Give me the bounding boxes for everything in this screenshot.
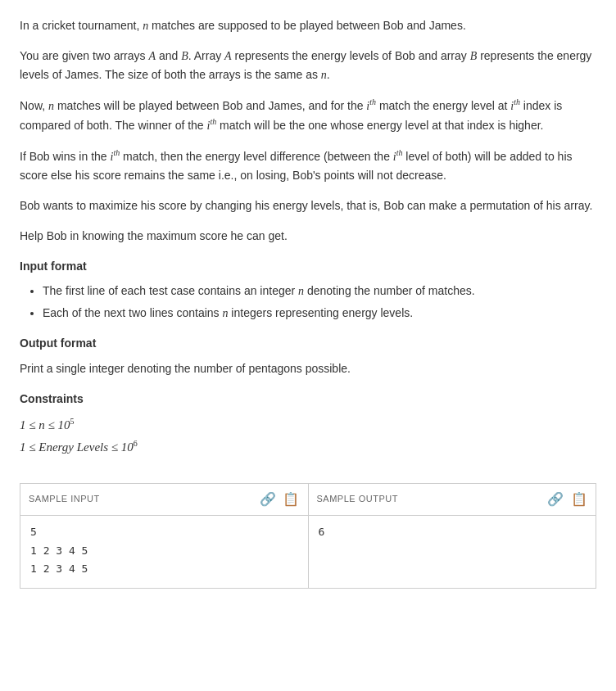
sample-output-icons: 🔗 📋 [547,489,587,510]
sample-input-section: SAMPLE INPUT 🔗 📋 5 1 2 3 4 5 1 2 3 4 5 [20,484,309,588]
input-bullet-1: The first line of each test case contain… [43,282,596,300]
input-bullet-2: Each of the next two lines contains n in… [43,304,596,323]
paragraph-3: Now, n matches will be played between Bo… [20,96,596,135]
sample-output-section: SAMPLE OUTPUT 🔗 📋 6 [309,484,596,588]
constraints-block: 1 ≤ n ≤ 105 1 ≤ Energy Levels ≤ 106 [20,414,596,458]
output-text: Print a single integer denoting the numb… [20,359,596,378]
sample-output-link-icon[interactable]: 🔗 [547,489,564,510]
input-bullets: The first line of each test case contain… [43,282,596,323]
sample-tables-wrapper: SAMPLE INPUT 🔗 📋 5 1 2 3 4 5 1 2 3 4 5 S… [20,483,596,589]
sample-output-copy-icon[interactable]: 📋 [571,489,588,510]
sample-output-header: SAMPLE OUTPUT 🔗 📋 [309,484,596,516]
paragraph-5: Bob wants to maximize his score by chang… [20,196,596,215]
sample-output-line-1: 6 [319,524,587,541]
paragraph-2: You are given two arrays A and B. Array … [20,47,596,84]
constraint-2: 1 ≤ Energy Levels ≤ 106 [20,436,596,458]
sample-output-label: SAMPLE OUTPUT [317,492,398,507]
sample-input-copy-icon[interactable]: 📋 [283,489,300,510]
sample-input-line-3: 1 2 3 4 5 [30,561,298,578]
output-format-heading: Output format [20,334,596,352]
intro-paragraph: In a cricket tournament, n matches are s… [20,16,596,35]
paragraph-6: Help Bob in knowing the maximum score he… [20,227,596,246]
input-format-heading: Input format [20,257,596,275]
sample-input-icons: 🔗 📋 [260,489,300,510]
sample-input-link-icon[interactable]: 🔗 [260,489,277,510]
sample-input-line-2: 1 2 3 4 5 [30,543,298,560]
sample-input-header: SAMPLE INPUT 🔗 📋 [20,484,308,516]
sample-output-body: 6 [309,516,596,573]
constraint-1: 1 ≤ n ≤ 105 [20,414,596,436]
sample-input-label: SAMPLE INPUT [29,492,100,507]
paragraph-4: If Bob wins in the ith match, then the e… [20,147,596,185]
sample-input-body: 5 1 2 3 4 5 1 2 3 4 5 [20,516,308,588]
sample-input-line-1: 5 [30,524,298,541]
constraints-heading: Constraints [20,390,596,408]
